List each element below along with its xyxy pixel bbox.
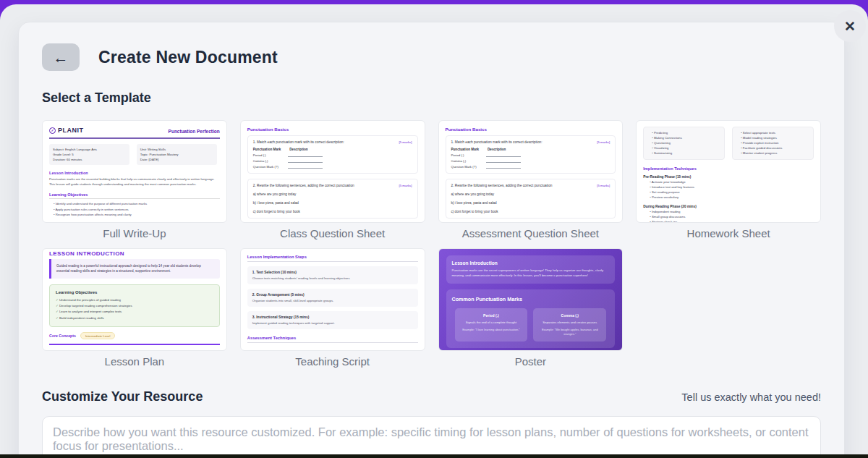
- preview-heading: Lesson Implementation Steps: [247, 255, 418, 262]
- question-items: a) where are you going today b) i love p…: [451, 192, 610, 213]
- template-card-poster[interactable]: Lesson Introduction Punctuation marks ar…: [438, 248, 624, 368]
- objectives-list: Understand the principles of guided read…: [56, 297, 213, 321]
- template-label: Full Write-Up: [42, 227, 227, 239]
- template-card-teaching-script[interactable]: Lesson Implementation Steps 1. Text Sele…: [240, 248, 425, 368]
- template-preview-assessment-question-sheet: Punctuation Basics 1. Match each punctua…: [438, 120, 624, 223]
- bottom-edge-bar: [0, 454, 868, 458]
- preview-bullets: Identify and understand the purpose of d…: [49, 201, 220, 217]
- close-icon: ✕: [844, 20, 856, 33]
- template-label: Poster: [438, 355, 624, 368]
- table-row: Period (.): [253, 153, 412, 157]
- question-item: c) dont forget to bring your book: [451, 210, 610, 213]
- customize-header-row: Customize Your Resource Tell us exactly …: [42, 389, 821, 404]
- intro-callout: Guided reading is a powerful instruction…: [49, 259, 220, 279]
- mark-name: Comma (,): [537, 313, 602, 318]
- question-item: a) where are you going today: [451, 192, 610, 196]
- meta-line: Unit: Writing Skills: [140, 147, 213, 152]
- planit-logo-icon: ✓: [49, 127, 56, 134]
- meta-line: Topic: Punctuation Mastery: [140, 152, 213, 157]
- question-row: 1. Match each punctuation mark with its …: [451, 140, 610, 144]
- question-item: b) i love pizza, pasta and salad: [451, 201, 610, 205]
- app-background: ← Create New Document Select a Template …: [0, 4, 868, 458]
- poster-mark-cards: Period (.) Signals the end of a complete…: [452, 308, 610, 342]
- question-items: a) where are you going today b) i love p…: [253, 192, 412, 213]
- template-preview-lesson-plan: LESSON INTRODUCTION Guided reading is a …: [42, 248, 227, 351]
- strategy-boxes: Predicting Making Connections Questionin…: [643, 127, 814, 160]
- back-button[interactable]: ←: [42, 43, 80, 71]
- template-label: Homework Sheet: [636, 227, 821, 239]
- table-row: Period (.): [451, 153, 610, 157]
- preview-paragraph: Punctuation marks are the essential buil…: [49, 177, 220, 187]
- marks-label: [5 marks]: [597, 184, 610, 187]
- mark-name: Period (.): [459, 313, 524, 318]
- answer-blank: [486, 154, 521, 157]
- match-table: Punctuation Mark Description Period (.) …: [451, 148, 610, 169]
- table-row: Comma (,): [451, 159, 610, 163]
- question-text: 2. Rewrite the following sentences, addi…: [253, 184, 377, 187]
- meta-line: Subject: English Language Arts: [53, 147, 126, 152]
- objective-item: Build independent reading skills: [56, 315, 213, 321]
- template-card-full-write-up[interactable]: ✓ PLANIT Punctuation Perfection Subject:…: [42, 120, 227, 239]
- question-text: 1. Match each punctuation mark with its …: [451, 140, 575, 144]
- select-template-heading: Select a Template: [42, 90, 821, 106]
- answer-blank: [486, 160, 521, 163]
- template-preview-teaching-script: Lesson Implementation Steps 1. Text Sele…: [240, 248, 425, 351]
- bullet-item: Preview vocabulary: [646, 195, 814, 200]
- template-card-assessment-question-sheet[interactable]: Punctuation Basics 1. Match each punctua…: [438, 120, 624, 239]
- poster-mark-card: Period (.) Signals the end of a complete…: [455, 308, 528, 342]
- step-body: Choose texts matching students' reading …: [252, 276, 413, 280]
- question-row: 1. Match each punctuation mark with its …: [253, 140, 412, 144]
- table-row: Comma (,): [253, 159, 412, 163]
- objective-item: Develop targeted reading comprehension s…: [56, 303, 213, 309]
- bullet-item: Facilitate guided discussions: [737, 146, 809, 151]
- mark-example: Example: "I love learning about punctuat…: [459, 328, 524, 332]
- divider: [49, 344, 220, 345]
- preview-heading: Implementation Techniques: [643, 166, 814, 171]
- bullet-item: Predicting: [648, 131, 720, 136]
- phase-title: Pre-Reading Phase (15 mins): [643, 175, 814, 179]
- core-concepts-row: Core Concepts Intermediate Level: [49, 332, 220, 339]
- back-arrow-icon: ←: [54, 50, 69, 65]
- customize-input[interactable]: [42, 416, 821, 458]
- close-button[interactable]: ✕: [834, 10, 866, 42]
- question-row: 2. Rewrite the following sentences, addi…: [451, 184, 610, 187]
- meta-line: Grade Level: 5: [53, 152, 126, 157]
- template-label: Teaching Script: [240, 355, 425, 368]
- step-body: Implement guided reading techniques with…: [252, 321, 413, 325]
- bullet-item: Visualizing: [648, 146, 720, 151]
- bullet-item: Small group discussions: [646, 215, 814, 220]
- mark-name: Period (.): [451, 153, 479, 157]
- template-preview-homework-sheet: Predicting Making Connections Questionin…: [636, 120, 821, 223]
- customize-hint: Tell us exactly what you need!: [681, 391, 821, 403]
- step-block: 3. Instructional Strategy (15 mins) Impl…: [247, 311, 418, 329]
- poster-marks-box: Common Punctuation Marks Period (.) Sign…: [446, 289, 616, 348]
- marks-label: [5 marks]: [399, 140, 412, 144]
- step-block: 1. Text Selection (10 mins) Choose texts…: [247, 266, 418, 284]
- template-card-lesson-plan[interactable]: LESSON INTRODUCTION Guided reading is a …: [42, 248, 227, 368]
- template-card-homework-sheet[interactable]: Predicting Making Connections Questionin…: [636, 120, 821, 239]
- template-label: Lesson Plan: [42, 355, 227, 368]
- col-header: Description: [289, 148, 307, 151]
- divider: [49, 137, 220, 139]
- planit-logo-text: PLANIT: [58, 127, 84, 134]
- preview-heading: LESSON INTRODUCTION: [49, 250, 220, 257]
- table-row: Question Mark (?): [451, 165, 610, 169]
- template-label: Assessment Question Sheet: [438, 227, 624, 239]
- meta-line: Duration: 60 minutes: [53, 157, 126, 162]
- step-body: Organize students into small, skill-leve…: [252, 299, 413, 302]
- mark-name: Period (.): [253, 153, 281, 157]
- bullet-item: Monitor student progress: [737, 151, 809, 156]
- bullet-item: Model reading strategies: [737, 136, 809, 141]
- planit-logo: ✓ PLANIT: [49, 127, 84, 134]
- poster-heading: Lesson Introduction: [452, 260, 610, 266]
- preview-heading: Punctuation Basics: [446, 127, 616, 132]
- phase-items: Activate prior knowledge Introduce text …: [643, 180, 814, 200]
- preview-meta: Subject: English Language Arts Grade Lev…: [49, 144, 220, 165]
- marks-label: [5 marks]: [399, 184, 412, 187]
- template-card-class-question-sheet[interactable]: Punctuation Basics 1. Match each punctua…: [240, 120, 425, 239]
- bullet-item: Select appropriate texts: [737, 131, 809, 136]
- step-title: 2. Group Arrangement (5 mins): [252, 293, 413, 297]
- question-text: 1. Match each punctuation mark with its …: [253, 140, 377, 144]
- col-header: Punctuation Mark: [451, 148, 480, 151]
- meta-line: Date: [DATE]: [140, 157, 213, 162]
